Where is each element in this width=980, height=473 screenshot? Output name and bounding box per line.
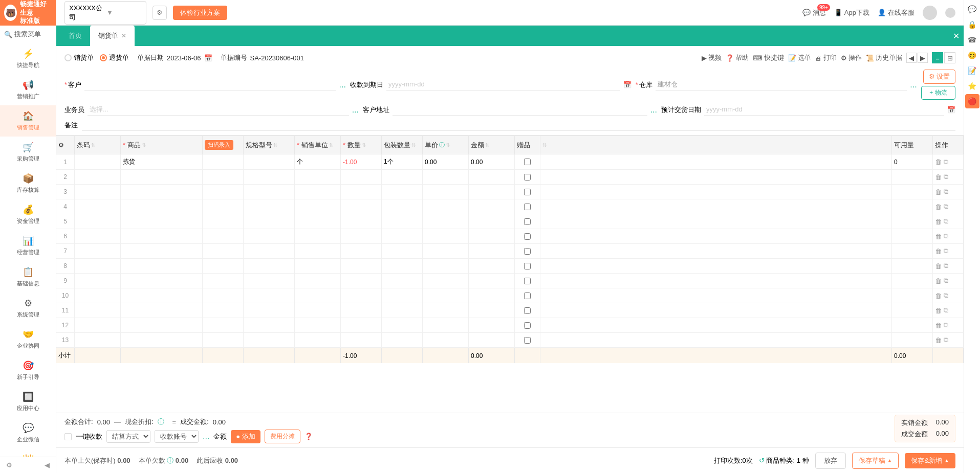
warehouse-dots[interactable]: ...: [910, 80, 917, 89]
nav-prev[interactable]: ◀: [906, 53, 917, 63]
gift-checkbox-4[interactable]: [524, 204, 531, 210]
address-input[interactable]: [393, 104, 647, 116]
row-unit-1[interactable]: 个: [295, 154, 341, 169]
nav-next[interactable]: ▶: [918, 53, 928, 63]
collapse-icon[interactable]: ◀: [45, 461, 50, 469]
row-spec-1[interactable]: [244, 154, 295, 169]
rt-active-btn[interactable]: 🔴: [965, 94, 979, 108]
row-barcode-1[interactable]: [75, 154, 121, 169]
method-select[interactable]: 结算方式: [106, 430, 150, 443]
gift-checkbox-10[interactable]: [524, 292, 531, 299]
operation-btn[interactable]: ⚙ 操作: [841, 53, 862, 62]
sidebar-search[interactable]: 🔍 搜索菜单: [0, 26, 56, 43]
user-avatar[interactable]: [923, 6, 937, 20]
copy-icon-1[interactable]: ⧉: [944, 158, 948, 166]
shortcut-btn[interactable]: ⌨ 快捷键: [753, 53, 784, 62]
delete-icon-12[interactable]: 🗑: [935, 322, 942, 329]
sidebar-item-quick-nav[interactable]: ⚡ 快捷导航: [0, 43, 56, 74]
one-click-checkbox[interactable]: [64, 433, 72, 440]
gift-checkbox-12[interactable]: [524, 322, 531, 329]
sidebar-item-system[interactable]: ⚙ 系统管理: [0, 292, 56, 324]
rt-lock-btn[interactable]: 🔒: [965, 17, 979, 32]
row-gift-1[interactable]: [515, 154, 540, 169]
copy-icon-3[interactable]: ⧉: [944, 188, 948, 196]
row-qty-1[interactable]: -1.00: [341, 154, 382, 169]
settings-button[interactable]: ⚙: [153, 6, 167, 20]
rt-phone-btn[interactable]: ☎: [965, 33, 979, 47]
sidebar-item-member[interactable]: 👑 畅会员: [0, 448, 56, 457]
fee-split-button[interactable]: 费用分摊: [265, 430, 300, 443]
gift-checkbox-5[interactable]: [524, 218, 531, 225]
row-product-1[interactable]: 拣货: [121, 154, 203, 169]
customer-dots[interactable]: ...: [339, 80, 346, 89]
settings-icon[interactable]: ⚙: [6, 461, 12, 469]
sidebar-item-appstore[interactable]: 🔲 应用中心: [0, 386, 56, 417]
delete-icon-1[interactable]: 🗑: [935, 158, 942, 166]
row-amount-1[interactable]: 0.00: [469, 154, 515, 169]
copy-icon-5[interactable]: ⧉: [944, 217, 948, 226]
sidebar-item-purchase[interactable]: 🛒 采购管理: [0, 137, 56, 168]
delete-icon-9[interactable]: 🗑: [935, 277, 942, 285]
print-btn[interactable]: 🖨 打印: [815, 53, 837, 62]
copy-icon-8[interactable]: ⧉: [944, 262, 948, 270]
setting-button[interactable]: ⚙ 设置: [923, 70, 955, 84]
user-avatar-2[interactable]: [945, 8, 955, 18]
copy-icon-4[interactable]: ⧉: [944, 202, 948, 211]
trial-button[interactable]: 体验行业方案: [173, 6, 227, 20]
account-dots[interactable]: ...: [203, 432, 209, 441]
warehouse-input[interactable]: 建材仓: [656, 79, 907, 91]
radio-return-order[interactable]: 退货单: [100, 53, 129, 62]
salesperson-dots[interactable]: ...: [352, 105, 359, 115]
sidebar-item-marketing[interactable]: 📢 营销推广: [0, 74, 56, 105]
copy-icon-12[interactable]: ⧉: [944, 321, 948, 329]
delete-icon-8[interactable]: 🗑: [935, 262, 942, 270]
salesperson-input[interactable]: 选择...: [88, 104, 349, 116]
delete-icon-7[interactable]: 🗑: [935, 247, 942, 255]
close-all-tabs[interactable]: ✕: [953, 31, 960, 41]
customer-input[interactable]: [84, 79, 336, 91]
sidebar-item-corp[interactable]: 🤝 企业协同: [0, 324, 56, 355]
due-date-input[interactable]: yyyy-mm-dd: [386, 79, 620, 91]
gift-checkbox-2[interactable]: [524, 174, 531, 181]
gift-checkbox-13[interactable]: [524, 337, 531, 344]
row-product-2[interactable]: [121, 170, 203, 184]
tab-home[interactable]: 首页: [60, 26, 90, 46]
sidebar-item-inventory[interactable]: 📦 库存核算: [0, 168, 56, 199]
col-gear[interactable]: ⚙: [56, 136, 75, 154]
sidebar-item-wechat[interactable]: 💬 企业微信: [0, 417, 56, 448]
delete-icon-2[interactable]: 🗑: [935, 173, 942, 181]
rt-emoji-btn[interactable]: 😊: [965, 48, 979, 62]
row-pack-1[interactable]: 1个: [382, 154, 423, 169]
note-input[interactable]: [82, 120, 955, 131]
delivery-cal-icon[interactable]: 📅: [947, 106, 955, 114]
company-selector[interactable]: XXXXXX公司 ▼: [64, 1, 146, 25]
row-price-1[interactable]: 0.00: [423, 154, 469, 169]
copy-icon-6[interactable]: ⧉: [944, 232, 948, 240]
calendar-icon[interactable]: 📅: [204, 54, 212, 62]
grid-view-btn[interactable]: ⊞: [944, 52, 955, 63]
copy-icon-13[interactable]: ⧉: [944, 336, 948, 344]
due-date-cal-icon[interactable]: 📅: [623, 81, 631, 88]
sidebar-item-basic[interactable]: 📋 基础信息: [0, 261, 56, 292]
delivery-date-input[interactable]: yyyy-mm-dd: [704, 104, 944, 116]
delete-icon-5[interactable]: 🗑: [935, 218, 942, 226]
help-btn[interactable]: ❓ 帮助: [726, 53, 749, 62]
copy-icon-11[interactable]: ⧉: [944, 306, 948, 314]
delete-icon-10[interactable]: 🗑: [935, 292, 942, 300]
radio-sales-order[interactable]: 销货单: [64, 53, 94, 62]
rt-chat-btn[interactable]: 💬: [965, 2, 979, 16]
rt-star-btn[interactable]: ⭐: [965, 79, 979, 93]
message-button[interactable]: 💬 消息 99+: [802, 8, 826, 17]
delete-icon-11[interactable]: 🗑: [935, 307, 942, 314]
abandon-button[interactable]: 放弃: [815, 453, 846, 469]
sidebar-item-operation[interactable]: 📊 经营管理: [0, 230, 56, 261]
gift-checkbox-8[interactable]: [524, 263, 531, 269]
sidebar-item-sales[interactable]: 🏠 销售管理: [0, 105, 56, 137]
list-view-btn[interactable]: ≡: [932, 52, 943, 63]
copy-icon-9[interactable]: ⧉: [944, 277, 948, 285]
history-btn[interactable]: 📜 历史单据: [866, 53, 902, 62]
logistics-button[interactable]: + 物流: [921, 86, 955, 100]
rt-note-btn[interactable]: 📝: [965, 63, 979, 78]
gift-checkbox-3[interactable]: [524, 189, 531, 195]
select-btn[interactable]: 📝 选单: [788, 53, 811, 62]
